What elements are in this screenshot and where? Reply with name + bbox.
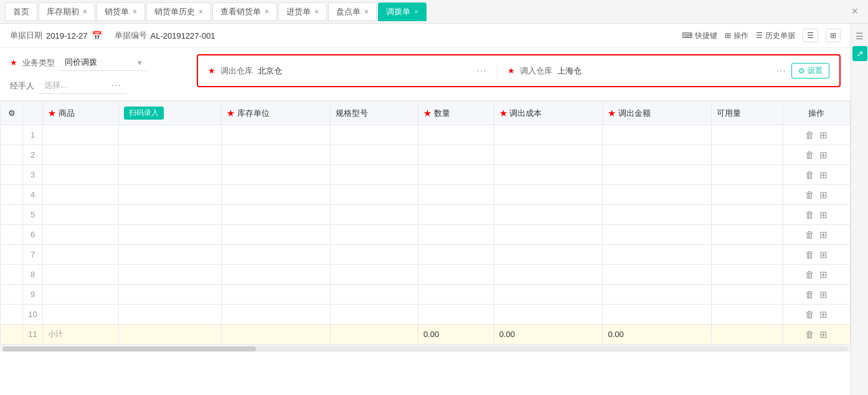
- history-action[interactable]: ☰ 历史单据: [756, 31, 795, 41]
- product-cell[interactable]: [43, 285, 119, 305]
- close-tab-transfer[interactable]: ×: [414, 8, 418, 16]
- delete-icon[interactable]: 🗑: [805, 229, 814, 240]
- handler-more-icon[interactable]: ···: [111, 80, 121, 91]
- handler-select[interactable]: 选择... ···: [39, 77, 126, 94]
- op-cell: 🗑 ⊞: [783, 265, 850, 285]
- empty-spec-cell: [331, 325, 418, 345]
- copy-icon[interactable]: ⊞: [819, 289, 828, 300]
- copy-icon[interactable]: ⊞: [819, 209, 828, 221]
- qty-cell: [418, 305, 494, 325]
- product-cell[interactable]: [43, 265, 119, 285]
- calendar-icon[interactable]: 📅: [92, 31, 102, 40]
- empty-unit-cell: [222, 325, 331, 345]
- close-tab-sales[interactable]: ×: [133, 8, 137, 16]
- copy-icon[interactable]: ⊞: [819, 269, 828, 280]
- sidebar-notes-icon[interactable]: ☰: [852, 29, 867, 44]
- spec-col-header: 规格型号: [331, 102, 418, 125]
- close-all-tabs-icon[interactable]: ×: [846, 5, 863, 18]
- table-row: 1 🗑 ⊞: [1, 125, 851, 145]
- table-row: 7 🗑 ⊞: [1, 245, 851, 265]
- copy-icon[interactable]: ⊞: [819, 249, 828, 260]
- shortcut-icon: ⌨: [682, 31, 692, 40]
- biz-type-req: ★: [10, 58, 17, 67]
- spec-cell: [331, 225, 418, 245]
- copy-icon[interactable]: ⊞: [819, 169, 828, 181]
- tab-view-sales[interactable]: 查看销货单 ×: [212, 2, 277, 21]
- empty-scan-cell: [118, 325, 221, 345]
- empty-avail-cell: [712, 325, 783, 345]
- tab-sales[interactable]: 销货单 ×: [97, 2, 145, 21]
- row-num-cell: 6: [23, 225, 43, 245]
- product-cell[interactable]: [43, 205, 119, 225]
- tab-inventory-init[interactable]: 库存期初 ×: [39, 2, 95, 21]
- layout-grid-btn[interactable]: ⊞: [826, 29, 841, 42]
- out-warehouse-more-icon[interactable]: ···: [477, 65, 487, 77]
- table-container: ⚙ ★ 商品 扫码录入 ★ 库存单位 规格型号 ★: [0, 101, 851, 345]
- delete-icon[interactable]: 🗑: [805, 169, 814, 180]
- tab-sales-history[interactable]: 销货单历史 ×: [146, 2, 211, 21]
- qty-col-header: ★ 数量: [418, 102, 494, 125]
- product-cell[interactable]: [43, 145, 119, 165]
- row-num-cell: 1: [23, 125, 43, 145]
- delete-icon[interactable]: 🗑: [805, 269, 814, 280]
- avail-cell: [712, 225, 783, 245]
- spec-cell: [331, 245, 418, 265]
- close-tab-view-sales[interactable]: ×: [265, 8, 269, 16]
- table-row: 6 🗑 ⊞: [1, 225, 851, 245]
- avail-cell: [712, 285, 783, 305]
- warehouse-divider: [497, 64, 498, 79]
- operation-action[interactable]: ⊞ 操作: [725, 31, 748, 41]
- form-area: ★ 业务类型 同价调拨 ▾ 经手人 选择... ··· ★ 调出仓库 北京仓: [0, 48, 851, 101]
- avail-cell: [712, 165, 783, 185]
- copy-icon[interactable]: ⊞: [819, 150, 828, 161]
- table-row: 8 🗑 ⊞: [1, 265, 851, 285]
- delete-icon[interactable]: 🗑: [805, 189, 814, 200]
- close-tab-purchase[interactable]: ×: [314, 8, 319, 16]
- qty-cell: [418, 225, 494, 245]
- biz-type-select[interactable]: 同价调拨 ▾: [60, 54, 147, 71]
- delete-icon[interactable]: 🗑: [805, 289, 814, 300]
- product-cell[interactable]: [43, 125, 119, 145]
- product-cell[interactable]: [43, 245, 119, 265]
- product-cell[interactable]: [43, 185, 119, 205]
- delete-icon[interactable]: 🗑: [805, 309, 814, 320]
- scan-col-header: 扫码录入: [118, 102, 221, 125]
- copy-icon[interactable]: ⊞: [819, 309, 828, 320]
- delete-icon[interactable]: 🗑: [805, 130, 814, 140]
- row-num-cell: 2: [23, 145, 43, 165]
- delete-icon[interactable]: 🗑: [805, 209, 814, 220]
- tab-transfer[interactable]: 调拨单 ×: [378, 2, 427, 21]
- spec-cell: [331, 205, 418, 225]
- shortcut-action[interactable]: ⌨ 快捷键: [682, 31, 717, 41]
- delete-icon[interactable]: 🗑: [805, 150, 814, 160]
- amount-cell: [603, 285, 712, 305]
- copy-icon[interactable]: ⊞: [819, 130, 828, 141]
- product-cell[interactable]: [43, 165, 119, 185]
- horizontal-scrollbar[interactable]: [2, 346, 848, 351]
- copy-icon[interactable]: ⊞: [819, 189, 828, 201]
- delete-icon[interactable]: 🗑: [805, 329, 814, 340]
- warehouse-setting-button[interactable]: ⚙ 设置: [791, 63, 829, 79]
- tab-inventory-check[interactable]: 盘点单 ×: [328, 2, 377, 21]
- tab-purchase[interactable]: 进货单 ×: [278, 2, 327, 21]
- sidebar-expand-icon[interactable]: ↗: [852, 46, 867, 61]
- product-cell[interactable]: [43, 305, 119, 325]
- close-tab-inventory-init[interactable]: ×: [83, 8, 87, 16]
- close-tab-inventory-check[interactable]: ×: [364, 8, 369, 16]
- copy-icon[interactable]: ⊞: [819, 229, 828, 240]
- op-cell: 🗑 ⊞: [783, 185, 850, 205]
- unit-cell: [222, 245, 331, 265]
- close-tab-sales-history[interactable]: ×: [199, 8, 203, 16]
- gear-cell: [1, 225, 23, 245]
- copy-icon[interactable]: ⊞: [819, 329, 828, 340]
- tab-home[interactable]: 首页: [5, 2, 37, 21]
- row-num-col: [23, 102, 43, 125]
- qty-cell: [418, 205, 494, 225]
- delete-icon[interactable]: 🗑: [805, 249, 814, 260]
- scan-button[interactable]: 扫码录入: [124, 107, 164, 120]
- in-warehouse-more-icon[interactable]: ···: [776, 65, 786, 77]
- layout-btn[interactable]: ☰: [803, 29, 818, 42]
- gear-col-header[interactable]: ⚙: [1, 102, 23, 125]
- product-cell[interactable]: [43, 225, 119, 245]
- handler-placeholder: 选择...: [44, 80, 67, 91]
